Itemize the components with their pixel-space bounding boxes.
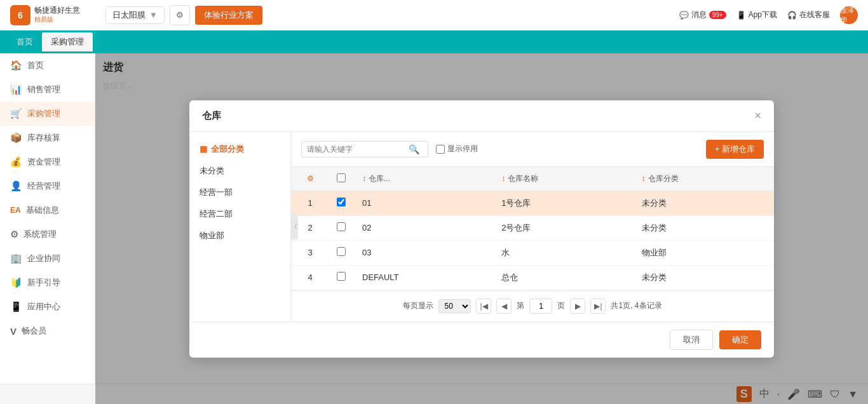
row-name: 水 <box>494 240 634 265</box>
category-item-ops2[interactable]: 经营二部 <box>189 203 290 225</box>
add-warehouse-button[interactable]: + 新增仓库 <box>706 140 764 159</box>
sidebar-item-home[interactable]: 🏠 首页 <box>0 53 95 77</box>
grid-icon: ▦ <box>200 144 207 154</box>
show-disabled-checkbox[interactable] <box>436 145 445 154</box>
logo-badge: 精易版 <box>34 15 80 24</box>
sidebar-item-label: 经营管理 <box>27 180 60 192</box>
th-name: ↕仓库名称 <box>494 167 634 191</box>
th-settings: ⚙ <box>291 167 329 191</box>
sidebar-item-label: 首页 <box>27 60 44 71</box>
sidebar-item-basic-info[interactable]: EA 基础信息 <box>0 198 95 222</box>
sidebar-item-label: 资金管理 <box>27 156 60 168</box>
notification-item[interactable]: 💬 消息 99+ <box>679 10 726 20</box>
pagination: 每页显示 50 100 200 |◀ ◀ 第 页 ▶ <box>291 290 774 321</box>
category-item-ops1[interactable]: 经营一部 <box>189 182 290 203</box>
row-checkbox[interactable] <box>337 222 346 231</box>
sidebar-item-member[interactable]: V 畅会员 <box>0 319 95 343</box>
table-row[interactable]: 2 02 2号仓库 未分类 <box>291 215 774 240</box>
search-input[interactable] <box>307 145 409 154</box>
row-checkbox-cell <box>329 240 355 265</box>
row-checkbox[interactable] <box>337 272 346 281</box>
sidebar: 🏠 首页 📊 销售管理 🛒 采购管理 📦 库存核算 💰 资金管理 👤 经营管理 … <box>0 53 95 404</box>
cat-item-label: 经营二部 <box>200 208 233 220</box>
table-row[interactable]: 4 DEFAULT 总仓 未分类 <box>291 265 774 290</box>
row-category: 未分类 <box>634 191 774 215</box>
store-selector[interactable]: 日太阳膜 ▼ <box>105 6 165 24</box>
settings-button[interactable]: ⚙ <box>170 5 190 25</box>
category-item-all[interactable]: ▦ 全部分类 <box>189 138 290 160</box>
cat-item-label: 未分类 <box>200 165 224 177</box>
enterprise-icon: 🏢 <box>10 253 22 264</box>
sidebar-item-sales[interactable]: 📊 销售管理 <box>0 77 95 102</box>
modal-footer: 取消 确定 <box>189 321 774 358</box>
table-row[interactable]: 3 03 水 物业部 <box>291 240 774 265</box>
app-download-item[interactable]: 📱 App下载 <box>736 10 777 20</box>
modal-close-button[interactable]: × <box>754 109 761 123</box>
row-checkbox[interactable] <box>337 247 346 256</box>
category-item-property[interactable]: 物业部 <box>189 225 290 246</box>
category-sidebar: ▦ 全部分类 未分类 经营一部 经营二部 物业部 <box>189 132 291 321</box>
per-page-label: 每页显示 <box>403 300 433 311</box>
sidebar-item-enterprise[interactable]: 🏢 企业协同 <box>0 246 95 271</box>
finance-icon: 💰 <box>10 156 22 168</box>
app-center-icon: 📱 <box>10 301 22 313</box>
basic-info-icon: EA <box>10 206 21 215</box>
sidebar-item-label: 销售管理 <box>27 84 60 95</box>
sidebar-item-operations[interactable]: 👤 经营管理 <box>0 174 95 198</box>
last-page-button[interactable]: ▶| <box>590 299 606 314</box>
th-code: ↕仓库... <box>355 167 494 191</box>
system-icon: ⚙ <box>10 229 18 240</box>
notification-icon: 💬 <box>679 11 689 20</box>
row-name: 总仓 <box>494 265 634 290</box>
row-name: 1号仓库 <box>494 191 634 215</box>
row-code: 03 <box>355 240 494 265</box>
sidebar-item-purchase[interactable]: 🛒 采购管理 <box>0 102 95 126</box>
sidebar-item-app-center[interactable]: 📱 应用中心 <box>0 295 95 319</box>
row-category: 未分类 <box>634 265 774 290</box>
trial-button[interactable]: 体验行业方案 <box>195 6 262 25</box>
row-code: DEFAULT <box>355 265 494 290</box>
th-category: ↕仓库分类 <box>634 167 774 191</box>
per-page-select[interactable]: 50 100 200 <box>438 299 471 313</box>
sidebar-item-label: 采购管理 <box>27 108 60 119</box>
cancel-button[interactable]: 取消 <box>670 330 713 350</box>
prev-page-button[interactable]: ◀ <box>496 299 512 314</box>
category-collapse-button[interactable]: 《 <box>290 214 298 239</box>
notification-badge: 99+ <box>709 11 726 19</box>
confirm-button[interactable]: 确定 <box>719 330 761 349</box>
next-page-button[interactable]: ▶ <box>570 299 585 314</box>
page-label: 第 <box>517 300 524 311</box>
nav-tab-home[interactable]: 首页 <box>8 32 42 51</box>
headphone-icon: 🎧 <box>787 11 797 20</box>
modal-body: ▦ 全部分类 未分类 经营一部 经营二部 物业部 <box>189 132 774 321</box>
row-code: 02 <box>355 215 494 240</box>
table-row[interactable]: 1 01 1号仓库 未分类 <box>291 191 774 215</box>
first-page-button[interactable]: |◀ <box>476 299 491 314</box>
modal-title: 仓库 <box>202 110 221 122</box>
page-input[interactable] <box>529 299 552 314</box>
sidebar-item-guide[interactable]: 🔰 新手引导 <box>0 271 95 295</box>
purchase-icon: 🛒 <box>10 108 22 119</box>
sidebar-item-inventory[interactable]: 📦 库存核算 <box>0 126 95 150</box>
table-toolbar: 🔍 显示停用 + 新增仓库 <box>291 132 774 167</box>
total-info: 共1页, 4条记录 <box>611 300 661 311</box>
row-checkbox-cell <box>329 191 355 215</box>
sidebar-item-finance[interactable]: 💰 资金管理 <box>0 150 95 174</box>
cat-item-label: 经营一部 <box>200 187 233 198</box>
sidebar-item-label: 库存核算 <box>27 132 60 144</box>
row-checkbox[interactable] <box>337 198 346 206</box>
warehouse-modal: 仓库 × ▦ 全部分类 未分类 经营一 <box>189 100 774 358</box>
category-item-none[interactable]: 未分类 <box>189 160 290 182</box>
modal-header: 仓库 × <box>189 100 774 132</box>
sidebar-item-label: 系统管理 <box>24 229 57 240</box>
sidebar-item-system[interactable]: ⚙ 系统管理 <box>0 222 95 246</box>
user-item[interactable]: 徐泽华 <box>840 6 858 24</box>
select-all-checkbox[interactable] <box>337 173 346 182</box>
nav-tab-purchase[interactable]: 采购管理 <box>42 32 93 51</box>
customer-service-item[interactable]: 🎧 在线客服 <box>787 10 830 20</box>
search-icon[interactable]: 🔍 <box>409 144 419 154</box>
show-disabled-label: 显示停用 <box>436 144 478 154</box>
home-icon: 🏠 <box>10 60 22 71</box>
search-box: 🔍 <box>301 141 428 158</box>
row-checkbox-cell <box>329 215 355 240</box>
